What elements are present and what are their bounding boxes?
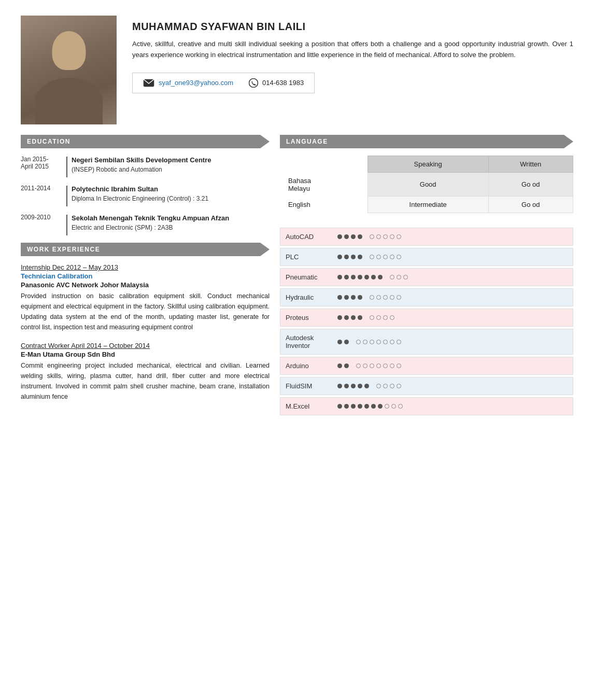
edu-desc-2: Diploma In Electronic Engineering (Contr… xyxy=(72,195,270,202)
lang-speaking-header: Speaking xyxy=(367,156,488,173)
dot-empty xyxy=(376,234,381,239)
skill-row-4: Proteus xyxy=(280,309,573,327)
education-header: EDUCATION xyxy=(21,135,270,148)
skill-name-1: PLC xyxy=(286,253,337,261)
work-role-1: Technician Calibration xyxy=(21,272,270,280)
dot-filled xyxy=(378,404,383,409)
dot-filled xyxy=(337,315,342,320)
dot-empty xyxy=(390,275,394,279)
lang-name-bahasa: BahasaMelayu xyxy=(280,173,367,197)
dot-filled xyxy=(358,404,362,409)
lang-speaking-english: Intermediate xyxy=(367,197,488,213)
dot-filled xyxy=(344,384,349,388)
edu-details-2: Polytechnic Ibrahim Sultan Diploma In El… xyxy=(72,185,270,202)
dot-filled xyxy=(358,384,362,388)
skill-row-5: Autodesk Inventor xyxy=(280,329,573,355)
dot-empty xyxy=(390,363,394,368)
dot-filled xyxy=(378,275,383,279)
dot-empty xyxy=(385,404,389,409)
left-column: EDUCATION Jan 2015-April 2015 Negeri Sem… xyxy=(21,135,270,417)
dot-filled xyxy=(337,234,342,239)
skill-name-8: M.Excel xyxy=(286,402,337,410)
dot-empty xyxy=(376,295,381,300)
edu-date-3: 2009-2010 xyxy=(21,214,62,221)
skill-name-4: Proteus xyxy=(286,314,337,321)
dot-filled xyxy=(344,275,349,279)
lang-name-english: English xyxy=(280,197,367,213)
skill-dots-8 xyxy=(337,404,568,409)
dot-empty xyxy=(370,295,374,300)
edu-divider-2 xyxy=(66,186,67,206)
dot-empty xyxy=(376,255,381,259)
dot-empty xyxy=(397,275,401,279)
edu-desc-3: Electric and Electronic (SPM) : 2A3B xyxy=(72,224,270,231)
dot-empty xyxy=(398,404,403,409)
dot-filled xyxy=(344,363,349,368)
dot-filled xyxy=(344,404,349,409)
work-title-2: Contract Worker April 2014 – October 201… xyxy=(21,342,270,349)
dot-filled xyxy=(337,275,342,279)
work-header: WORK EXPERIENCE xyxy=(21,243,270,256)
dot-filled xyxy=(351,234,356,239)
main-content: EDUCATION Jan 2015-April 2015 Negeri Sem… xyxy=(21,135,573,417)
header-info: MUHAMMAD SYAFWAN BIN LAILI Active, skill… xyxy=(132,16,573,93)
dot-empty xyxy=(383,315,388,320)
dot-empty xyxy=(363,363,367,368)
email-contact: syaf_one93@yahoo.com xyxy=(143,79,233,87)
dot-filled xyxy=(351,404,356,409)
skill-row-0: AutoCAD xyxy=(280,228,573,246)
dot-filled xyxy=(344,315,349,320)
dot-empty xyxy=(370,255,374,259)
skill-dots-5 xyxy=(337,340,568,344)
dot-filled xyxy=(358,295,362,300)
edu-item-3: 2009-2010 Sekolah Menengah Teknik Tengku… xyxy=(21,214,270,235)
dot-filled xyxy=(337,340,342,344)
work-company-2: E-Man Utama Group Sdn Bhd xyxy=(21,351,270,358)
dot-empty xyxy=(397,234,401,239)
email-link[interactable]: syaf_one93@yahoo.com xyxy=(159,79,233,87)
dot-filled xyxy=(351,295,356,300)
dot-filled xyxy=(358,315,362,320)
dot-empty xyxy=(390,255,394,259)
dot-empty xyxy=(390,295,394,300)
dot-empty xyxy=(363,340,367,344)
language-header: LANGUAGE xyxy=(280,135,573,148)
skill-dots-0 xyxy=(337,234,568,239)
profile-photo xyxy=(21,16,117,124)
edu-details-1: Negeri Sembilan Skills Development Centr… xyxy=(72,156,270,173)
skill-name-3: Hydraulic xyxy=(286,293,337,301)
dot-empty xyxy=(383,255,388,259)
dot-empty xyxy=(397,384,401,388)
edu-item-1: Jan 2015-April 2015 Negeri Sembilan Skil… xyxy=(21,156,270,177)
skill-row-6: Arduino xyxy=(280,357,573,375)
candidate-name: MUHAMMAD SYAFWAN BIN LAILI xyxy=(132,21,573,33)
edu-details-3: Sekolah Menengah Teknik Tengku Ampuan Af… xyxy=(72,214,270,231)
dot-filled xyxy=(344,340,349,344)
lang-row-bahasa: BahasaMelayu Good Go od xyxy=(280,173,573,197)
skill-row-7: FluidSIM xyxy=(280,377,573,395)
work-desc-1: Provided instruction on basic calibratio… xyxy=(21,291,270,332)
edu-divider-3 xyxy=(66,215,67,235)
dot-filled xyxy=(344,255,349,259)
dot-empty xyxy=(403,275,408,279)
dot-empty xyxy=(383,340,388,344)
lang-written-header: Written xyxy=(488,156,573,173)
edu-date-1: Jan 2015-April 2015 xyxy=(21,156,62,170)
dot-empty xyxy=(383,384,388,388)
skill-dots-6 xyxy=(337,363,568,368)
dot-empty xyxy=(391,404,396,409)
dot-empty xyxy=(370,315,374,320)
skill-dots-1 xyxy=(337,255,568,259)
dot-empty xyxy=(376,340,381,344)
dot-filled xyxy=(351,315,356,320)
lang-speaking-bahasa: Good xyxy=(367,173,488,197)
dot-filled xyxy=(337,404,342,409)
dot-filled xyxy=(364,384,369,388)
dot-filled xyxy=(344,234,349,239)
dot-filled xyxy=(371,275,376,279)
dot-filled xyxy=(358,255,362,259)
edu-date-2: 2011-2014 xyxy=(21,185,62,192)
phone-contact: 014-638 1983 xyxy=(249,78,304,88)
dot-filled xyxy=(337,255,342,259)
dot-empty xyxy=(397,340,401,344)
